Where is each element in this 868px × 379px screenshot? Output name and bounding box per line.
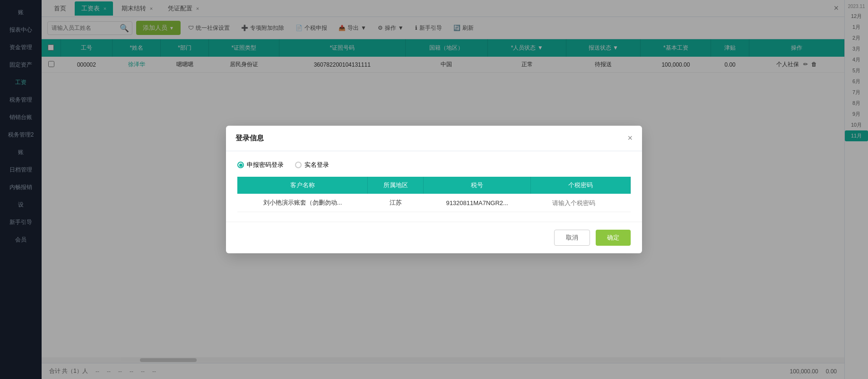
client-tax-password-cell[interactable] (531, 194, 631, 212)
modal-col-tax-password: 个税密码 (531, 177, 631, 194)
confirm-button[interactable]: 确定 (596, 230, 631, 246)
modal-header: 登录信息 × (226, 126, 642, 151)
modal-close-button[interactable]: × (627, 133, 633, 143)
modal-body: 申报密码登录 实名登录 客户名称 所属地区 税号 个税密码 (226, 151, 642, 222)
cancel-button[interactable]: 取消 (554, 230, 590, 246)
client-table-row: 刘小艳演示账套（勿删勿动... 江苏 91320811MA7NGR2... (237, 194, 631, 212)
modal-col-tax-id: 税号 (424, 177, 531, 194)
client-table: 客户名称 所属地区 税号 个税密码 刘小艳演示账套（勿删勿动... 江苏 913… (237, 177, 631, 212)
login-type-radio-group: 申报密码登录 实名登录 (237, 161, 631, 169)
radio-realname-login[interactable]: 实名登录 (295, 161, 329, 169)
client-name-cell: 刘小艳演示账套（勿删勿动... (237, 194, 368, 212)
modal-col-client-name: 客户名称 (237, 177, 368, 194)
modal-col-region: 所属地区 (368, 177, 424, 194)
tax-password-input[interactable] (552, 199, 609, 207)
login-info-modal: 登录信息 × 申报密码登录 实名登录 客户名称 所属地区 (226, 126, 642, 253)
client-tax-id-cell: 91320811MA7NGR2... (424, 194, 531, 212)
radio-password-dot (237, 162, 244, 168)
radio-password-login[interactable]: 申报密码登录 (237, 161, 284, 169)
client-region-cell: 江苏 (368, 194, 424, 212)
modal-overlay: 登录信息 × 申报密码登录 实名登录 客户名称 所属地区 (0, 0, 868, 379)
radio-realname-dot (295, 162, 302, 168)
modal-title: 登录信息 (235, 134, 264, 143)
modal-footer: 取消 确定 (226, 222, 642, 253)
